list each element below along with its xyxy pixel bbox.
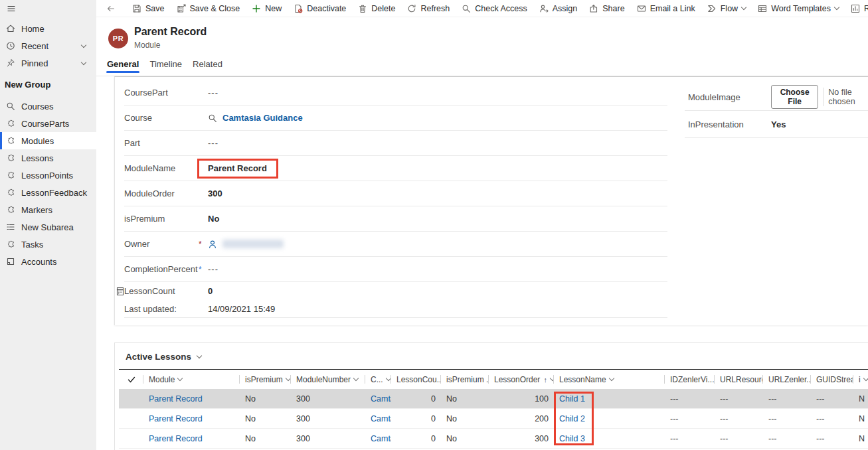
assign-button[interactable]: Assign — [533, 1, 584, 17]
lessonName-link[interactable]: Child 2 — [559, 414, 585, 423]
run-report-button[interactable]: Run Report — [845, 1, 868, 17]
column-header-moduleNumber[interactable]: ModuleNumber — [291, 370, 365, 389]
field-value[interactable]: --- — [208, 264, 218, 274]
sidebar-item-courses[interactable]: Courses — [0, 98, 96, 115]
refresh-button[interactable]: Refresh — [401, 1, 456, 17]
cell-isPremiumLesson: No — [441, 394, 489, 404]
cell-lessonOrder: 200 — [489, 414, 554, 423]
sidebar-item-accounts[interactable]: Accounts — [0, 253, 96, 270]
field-value[interactable]: Parent Record — [208, 163, 267, 173]
sidebar-item-courseparts[interactable]: CourseParts — [0, 115, 96, 132]
subarea-icon — [6, 222, 15, 232]
owner-value[interactable] — [208, 240, 284, 249]
course-lookup-link[interactable]: Camtasia Guidance — [208, 113, 303, 123]
field-value[interactable]: --- — [208, 88, 218, 98]
check-access-button[interactable]: Check Access — [456, 1, 533, 17]
delete-button[interactable]: Delete — [352, 1, 401, 17]
cell-module[interactable]: Parent Record — [143, 414, 240, 423]
field-value[interactable]: --- — [208, 138, 218, 148]
sidebar-item-pinned[interactable]: Pinned — [0, 54, 96, 72]
column-header-lessonCount[interactable]: LessonCou... — [391, 370, 441, 389]
column-header-lessonOrder[interactable]: LessonOrder↑ — [489, 370, 554, 389]
delete-label: Delete — [371, 4, 395, 13]
deactivate-button[interactable]: Deactivate — [288, 1, 352, 17]
column-header-idZenlerVideo[interactable]: IDZenlerVi... — [665, 370, 715, 389]
word-templates-icon — [758, 4, 767, 13]
sidebar-item-label: Markers — [21, 205, 52, 215]
puzzle-icon — [6, 240, 15, 249]
run-report-icon — [851, 4, 860, 13]
field-value[interactable]: 300 — [208, 188, 222, 198]
cell-lessonName[interactable]: Child 3 — [554, 434, 665, 443]
save-close-button[interactable]: Save & Close — [171, 1, 246, 17]
field-label: InPresentation — [688, 119, 771, 129]
module-link[interactable]: Parent Record — [149, 394, 203, 404]
lessonName-link[interactable]: Child 1 — [559, 394, 585, 404]
cell-lessonName[interactable]: Child 1 — [554, 394, 665, 404]
column-header-module[interactable]: Module — [143, 370, 240, 389]
field-value[interactable]: 14/09/2021 15:49 — [208, 304, 275, 314]
email-a-link-button[interactable]: Email a Link — [631, 1, 701, 17]
select-all-column-header[interactable] — [119, 370, 143, 389]
save-button[interactable]: Save — [126, 1, 171, 17]
subgrid-card: Active Lessons ModuleisPremiumModuleNumb… — [114, 342, 868, 450]
cell-clipped: N — [853, 414, 868, 423]
column-header-label: LessonOrder — [494, 375, 540, 384]
table-row[interactable]: Parent RecordNo300Camta0No200Child 2----… — [119, 409, 868, 429]
sidebar-item-new-subarea[interactable]: New Subarea — [0, 218, 96, 236]
cell-module[interactable]: Parent Record — [143, 434, 240, 443]
column-header-urlResource[interactable]: URLResource — [715, 370, 763, 389]
cell-course[interactable]: Camta — [365, 394, 391, 404]
sidebar-item-lessons[interactable]: Lessons — [0, 149, 96, 167]
column-header-isPremium[interactable]: isPremium — [240, 370, 291, 389]
column-header-clipped[interactable]: i — [853, 370, 868, 389]
tab-related[interactable]: Related — [192, 59, 223, 76]
field-label: Part — [124, 138, 199, 148]
share-label: Share — [602, 4, 624, 13]
sidebar-item-markers[interactable]: Markers — [0, 201, 96, 218]
column-header-isPremiumLesson[interactable]: isPremium ... — [441, 370, 489, 389]
column-header-course[interactable]: C... — [365, 370, 391, 389]
table-row[interactable]: Parent RecordNo300Camta0No300Child 3----… — [119, 429, 868, 449]
course-link[interactable]: Camta — [371, 434, 391, 443]
cell-module[interactable]: Parent Record — [143, 394, 240, 404]
new-button[interactable]: New — [246, 1, 288, 17]
cell-course[interactable]: Camta — [365, 434, 391, 443]
course-link[interactable]: Camta — [371, 414, 391, 423]
column-header-lessonName[interactable]: LessonName — [554, 370, 665, 389]
subgrid-table: ModuleisPremiumModuleNumberC...LessonCou… — [119, 369, 868, 449]
cell-course[interactable]: Camta — [365, 414, 391, 423]
app-root: HomeRecentPinned New Group CoursesCourse… — [0, 0, 868, 450]
cell-lessonName[interactable]: Child 2 — [554, 414, 665, 423]
table-row[interactable]: Parent RecordNo300Camta0No100Child 1----… — [119, 389, 868, 409]
field-value[interactable]: No — [208, 214, 219, 224]
field-value[interactable]: Yes — [771, 119, 786, 129]
delete-icon — [358, 4, 367, 13]
hamburger-menu-button[interactable] — [0, 0, 96, 17]
back-button[interactable] — [101, 4, 121, 13]
column-header-guidStream[interactable]: GUIDStrea... — [811, 370, 853, 389]
sidebar-item-modules[interactable]: Modules — [0, 132, 96, 149]
sidebar-item-lessonfeedback[interactable]: LessonFeedback — [0, 184, 96, 201]
course-link[interactable]: Camta — [371, 394, 391, 404]
save-close-icon — [177, 4, 186, 13]
module-link[interactable]: Parent Record — [149, 414, 203, 423]
flow-button[interactable]: Flow — [701, 1, 752, 17]
lessonName-link[interactable]: Child 3 — [559, 434, 585, 443]
sidebar-item-lessonpoints[interactable]: LessonPoints — [0, 167, 96, 184]
field-value[interactable]: 0 — [208, 286, 213, 296]
sidebar-item-label: Courses — [21, 102, 53, 112]
sidebar-item-home[interactable]: Home — [0, 20, 96, 37]
sidebar-item-recent[interactable]: Recent — [0, 37, 96, 54]
cell-guidStream: --- — [811, 434, 853, 443]
subgrid-view-selector[interactable]: Active Lessons — [115, 343, 201, 369]
owner-person-icon — [208, 240, 217, 249]
tab-general[interactable]: General — [106, 59, 139, 76]
column-header-urlZenler[interactable]: URLZenler... — [763, 370, 811, 389]
choose-file-button[interactable]: Choose File — [771, 85, 818, 109]
share-button[interactable]: Share — [583, 1, 630, 17]
tab-timeline[interactable]: Timeline — [149, 59, 183, 76]
word-templates-button[interactable]: Word Templates — [752, 1, 845, 17]
sidebar-item-tasks[interactable]: Tasks — [0, 236, 96, 253]
module-link[interactable]: Parent Record — [149, 434, 203, 443]
